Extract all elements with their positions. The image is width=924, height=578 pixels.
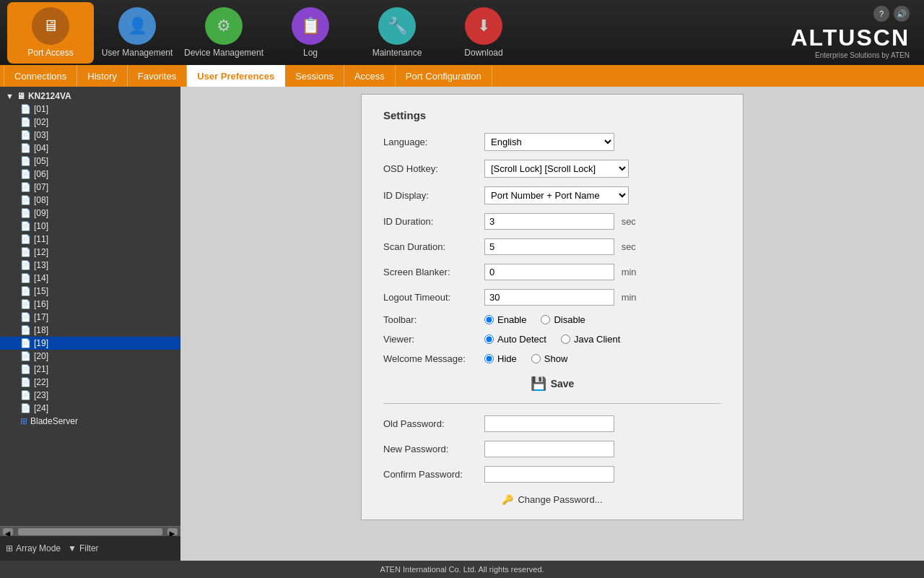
list-item[interactable]: 📄 [20] [0, 350, 180, 363]
welcome-show-radio[interactable] [531, 354, 541, 363]
tab-user-preferences[interactable]: User Preferences [187, 65, 285, 87]
id-duration-row: ID Duration: sec [383, 213, 721, 230]
list-item[interactable]: 📄 [12] [0, 246, 180, 259]
list-item[interactable]: 📄 [06] [0, 168, 180, 181]
scan-duration-input[interactable] [484, 238, 614, 255]
welcome-hide-radio[interactable] [484, 354, 494, 363]
save-icon: 💾 [531, 376, 546, 392]
hscroll-thumb[interactable] [18, 528, 162, 535]
welcome-show-option[interactable]: Show [531, 353, 568, 364]
viewer-java-radio[interactable] [561, 335, 570, 344]
change-password-row: 🔑 Change Password... [383, 494, 721, 505]
welcome-message-label: Welcome Message: [383, 353, 484, 364]
viewer-autodetect-option[interactable]: Auto Detect [484, 334, 546, 345]
tab-history[interactable]: History [77, 65, 127, 87]
port-icon-19: 📄 [20, 338, 31, 348]
list-item[interactable]: 📄 [23] [0, 389, 180, 402]
toolbar-disable-option[interactable]: Disable [541, 314, 585, 325]
topbar: 🖥 Port Access 👤 User Management ⚙ Device… [0, 0, 924, 65]
language-select[interactable]: English Chinese Japanese German French [484, 133, 614, 151]
id-display-select[interactable]: Port Number + Port Name Port Number Port… [484, 186, 629, 204]
confirm-password-input[interactable] [484, 466, 614, 483]
list-item[interactable]: 📄 [16] [0, 298, 180, 311]
array-mode-label: Array Mode [16, 543, 61, 553]
nav-port-access[interactable]: 🖥 Port Access [7, 2, 94, 64]
toolbar-enable-option[interactable]: Enable [484, 314, 526, 325]
change-password-button[interactable]: 🔑 Change Password... [502, 494, 602, 505]
logo-area: ? 🔊 ALTUSCN Enterprise Solutions by ATEN [791, 6, 918, 59]
welcome-message-row: Welcome Message: Hide Show [383, 353, 721, 364]
sound-icon[interactable]: 🔊 [894, 6, 910, 22]
list-item[interactable]: 📄 [21] [0, 363, 180, 376]
tab-sessions[interactable]: Sessions [285, 65, 344, 87]
hscroll-left[interactable]: ◄ [3, 528, 13, 535]
port-icon-05: 📄 [20, 156, 31, 166]
welcome-hide-option[interactable]: Hide [484, 353, 517, 364]
logout-timeout-unit: min [622, 292, 637, 303]
scan-duration-row: Scan Duration: sec [383, 238, 721, 255]
id-duration-input[interactable] [484, 213, 614, 230]
change-password-label: Change Password... [518, 494, 602, 505]
screen-blanker-input[interactable] [484, 264, 614, 280]
list-item[interactable]: 📄 [11] [0, 233, 180, 246]
sidebar-root[interactable]: ▼ 🖥 KN2124VA [0, 90, 180, 103]
toolbar-disable-radio[interactable] [541, 315, 550, 324]
list-item[interactable]: 📄 [24] [0, 402, 180, 415]
new-password-input[interactable] [484, 441, 614, 457]
toolbar-enable-radio[interactable] [484, 315, 494, 324]
nav-device-management[interactable]: ⚙ Device Management [180, 2, 267, 64]
list-item[interactable]: 📄 [08] [0, 194, 180, 207]
list-item[interactable]: 📄 [07] [0, 181, 180, 194]
scan-duration-unit: sec [622, 241, 636, 252]
filter-button[interactable]: ▼ Filter [68, 543, 99, 553]
viewer-control: Auto Detect Java Client [484, 334, 721, 345]
tab-favorites[interactable]: Favorites [128, 65, 187, 87]
sidebar-blade-server[interactable]: ⊞ BladeServer [0, 415, 180, 428]
tab-port-configuration[interactable]: Port Configuration [396, 65, 492, 87]
sidebar-tree[interactable]: ▼ 🖥 KN2124VA 📄 [01] 📄 [02] 📄 [03] 📄 [04] [0, 87, 180, 526]
list-item[interactable]: 📄 [18] [0, 324, 180, 337]
list-item[interactable]: 📄 [04] [0, 142, 180, 155]
nav-download[interactable]: ⬇ Download [440, 2, 527, 64]
old-password-input[interactable] [484, 415, 614, 432]
help-icon[interactable]: ? [873, 6, 889, 22]
logo-subtitle: Enterprise Solutions by ATEN [815, 51, 910, 59]
list-item[interactable]: 📄 [03] [0, 129, 180, 142]
list-item[interactable]: 📄 [17] [0, 311, 180, 324]
viewer-java-label: Java Client [574, 334, 620, 345]
id-display-label: ID Display: [383, 190, 484, 201]
sidebar-hscroll[interactable]: ◄ ► [0, 526, 180, 536]
list-item[interactable]: 📄 [02] [0, 116, 180, 129]
list-item[interactable]: 📄 [22] [0, 376, 180, 389]
list-item[interactable]: 📄 [13] [0, 259, 180, 272]
list-item[interactable]: 📄 [19] [0, 337, 180, 350]
nav-maintenance[interactable]: 🔧 Maintenance [354, 2, 440, 64]
list-item[interactable]: 📄 [09] [0, 207, 180, 220]
list-item[interactable]: 📄 [14] [0, 272, 180, 285]
logout-timeout-input[interactable] [484, 289, 614, 306]
save-row: 💾 Save [383, 376, 721, 392]
list-item[interactable]: 📄 [10] [0, 220, 180, 233]
logout-timeout-control: min [484, 289, 721, 306]
welcome-hide-label: Hide [497, 353, 517, 364]
save-button[interactable]: 💾 Save [531, 376, 575, 392]
toolbar-label: Toolbar: [383, 314, 484, 325]
old-password-label: Old Password: [383, 418, 484, 429]
nav-user-management-label: User Management [102, 48, 173, 58]
viewer-autodetect-radio[interactable] [484, 335, 494, 344]
port-icon-21: 📄 [20, 364, 31, 374]
list-item[interactable]: 📄 [01] [0, 103, 180, 116]
list-item[interactable]: 📄 [15] [0, 285, 180, 298]
osd-hotkey-row: OSD Hotkey: [Scroll Lock] [Scroll Lock] … [383, 160, 721, 178]
tab-connections[interactable]: Connections [4, 65, 77, 87]
viewer-java-option[interactable]: Java Client [561, 334, 620, 345]
new-password-control [484, 441, 721, 457]
tab-access[interactable]: Access [344, 65, 396, 87]
array-mode-button[interactable]: ⊞ Array Mode [6, 543, 61, 553]
nav-user-management[interactable]: 👤 User Management [94, 2, 180, 64]
port-icon-14: 📄 [20, 273, 31, 283]
hscroll-right[interactable]: ► [167, 528, 178, 535]
osd-hotkey-select[interactable]: [Scroll Lock] [Scroll Lock] [Ctrl] [Ctrl… [484, 160, 629, 178]
nav-log[interactable]: 📋 Log [267, 2, 354, 64]
list-item[interactable]: 📄 [05] [0, 155, 180, 168]
